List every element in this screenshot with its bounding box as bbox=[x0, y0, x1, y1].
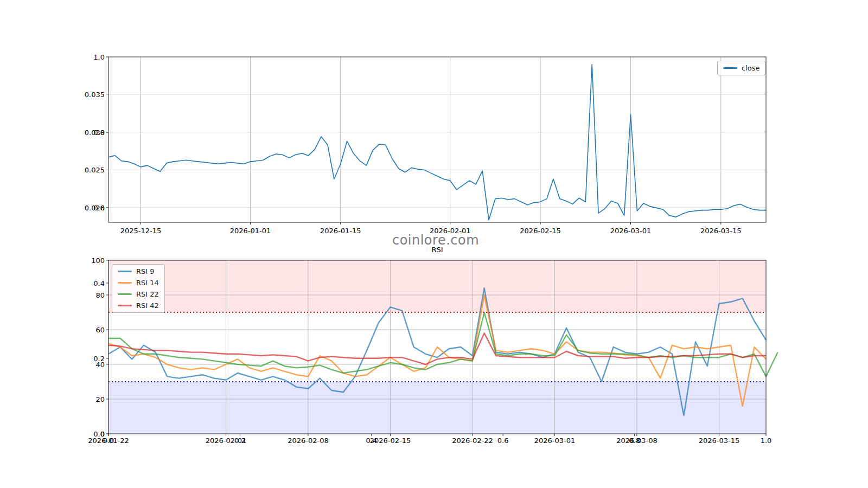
overlay-x-tick-label: 0.0 bbox=[103, 437, 114, 444]
close-legend-label: close bbox=[742, 64, 760, 72]
rsi-x-tick-label: 2026-03-15 bbox=[699, 437, 740, 444]
rsi-line-2 bbox=[108, 312, 778, 376]
rsi-legend: RSI 9 RSI 14 RSI 22 RSI 42 bbox=[112, 264, 165, 313]
price-y-tick-label: 0.035 bbox=[85, 91, 105, 98]
overlay-y-tick-label: 0.2 bbox=[93, 355, 105, 362]
price-plot-border bbox=[108, 57, 766, 222]
overlay-y-tick-label: 0.0 bbox=[93, 431, 105, 438]
rsi-y-tick-label: 100 bbox=[91, 257, 105, 264]
rsi-x-tick-label: 2026-02-22 bbox=[452, 437, 493, 444]
rsi-y-tick-label: 80 bbox=[95, 292, 105, 299]
legend-row-rsi9: RSI 9 bbox=[118, 267, 159, 275]
price-y-tick-label: 0.025 bbox=[85, 166, 105, 174]
overlay-x-tick-label: 0.2 bbox=[234, 437, 246, 444]
overlay-y-tick-label: 0.6 bbox=[93, 204, 105, 211]
legend-row-rsi14: RSI 14 bbox=[118, 279, 159, 287]
rsi22-legend-label: RSI 22 bbox=[136, 290, 159, 298]
rsi14-legend-label: RSI 14 bbox=[136, 279, 159, 287]
legend-row-close: close bbox=[723, 64, 760, 72]
price-x-tick-label: 2026-02-15 bbox=[520, 227, 561, 234]
rsi42-line-swatch bbox=[118, 305, 132, 306]
close-line bbox=[108, 65, 766, 220]
overlay-x-tick-label: 0.8 bbox=[629, 437, 640, 444]
price-x-tick-label: 2026-01-15 bbox=[320, 227, 361, 234]
rsi9-legend-label: RSI 9 bbox=[136, 267, 155, 275]
rsi-band bbox=[108, 382, 766, 434]
overlay-x-tick-label: 0.6 bbox=[497, 437, 509, 444]
rsi9-line-swatch bbox=[118, 271, 132, 272]
rsi14-line-swatch bbox=[118, 282, 132, 284]
price-x-tick-label: 2026-03-01 bbox=[610, 227, 652, 234]
close-legend: close bbox=[717, 61, 765, 75]
price-x-tick-label: 2026-03-15 bbox=[700, 227, 742, 234]
rsi-y-tick-label: 20 bbox=[95, 396, 105, 403]
rsi-x-tick-label: 2026-02-08 bbox=[288, 437, 329, 444]
overlay-x-tick-label: 0.4 bbox=[366, 437, 377, 444]
figure: 2025-12-152026-01-012026-01-152026-02-01… bbox=[0, 0, 868, 488]
rsi22-line-swatch bbox=[118, 293, 132, 295]
rsi-chart-title: RSI bbox=[431, 246, 443, 254]
rsi42-legend-label: RSI 42 bbox=[136, 301, 159, 310]
overlay-y-tick-label: 0.8 bbox=[93, 129, 105, 136]
legend-row-rsi22: RSI 22 bbox=[118, 290, 159, 298]
legend-row-rsi42: RSI 42 bbox=[118, 301, 159, 310]
rsi-x-tick-label: 2026-03-01 bbox=[534, 437, 576, 444]
rsi-band bbox=[108, 260, 766, 312]
overlay-y-tick-label: 1.0 bbox=[93, 54, 105, 61]
price-x-tick-label: 2026-01-01 bbox=[230, 227, 271, 234]
overlay-y-tick-label: 0.4 bbox=[93, 280, 105, 287]
overlay-x-tick-label: 1.0 bbox=[761, 437, 772, 444]
price-x-tick-label: 2025-12-15 bbox=[120, 227, 162, 234]
close-line-swatch bbox=[723, 67, 737, 69]
rsi-y-tick-label: 60 bbox=[95, 326, 105, 333]
